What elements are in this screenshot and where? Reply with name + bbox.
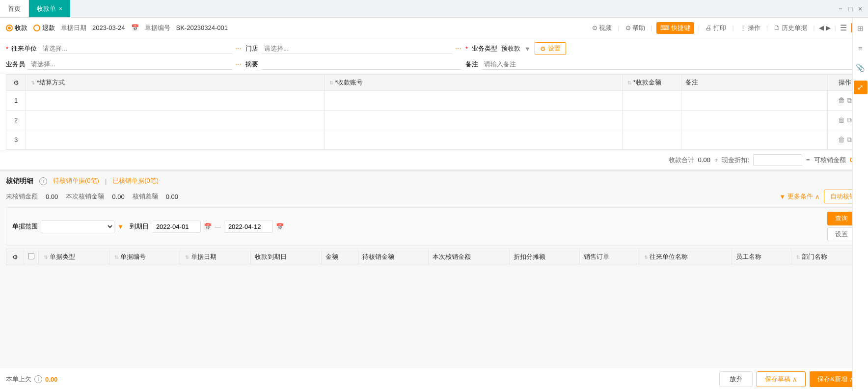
row-settlement[interactable] <box>26 111 325 130</box>
done-tab[interactable]: 已核销单据(0笔) <box>112 176 159 186</box>
counterparty-input[interactable] <box>40 43 232 54</box>
help-btn[interactable]: ⊙ 帮助 <box>624 23 647 33</box>
pending-tab[interactable]: 待核销单据(0笔) <box>53 176 99 186</box>
col-amount: ⇅ *收款金额 <box>623 75 681 91</box>
abandon-button[interactable]: 放弃 <box>719 371 753 387</box>
date-from-input[interactable] <box>152 221 201 233</box>
col-settlement: ⇅ *结算方式 <box>26 75 325 91</box>
date-value: 2023-03-24 <box>92 24 125 31</box>
salesperson-label: 业务员 <box>6 60 25 69</box>
row-num: 2 <box>6 111 26 130</box>
sidebar-list-icon[interactable]: ≡ <box>854 41 868 55</box>
radio-receive-label: 收款 <box>15 24 27 32</box>
prev-icon[interactable]: ◀ <box>819 24 824 31</box>
table-gear-header[interactable]: ⚙ <box>6 75 26 91</box>
row-account[interactable] <box>324 130 623 150</box>
row-remark[interactable] <box>681 91 828 111</box>
copy-icon[interactable]: ⧉ <box>847 96 852 105</box>
range-dropdown-icon[interactable]: ▼ <box>117 223 124 230</box>
info-icon[interactable]: i <box>39 177 47 185</box>
more-conditions-btn[interactable]: ▼ 更多条件 ∧ <box>779 192 820 201</box>
query-button[interactable]: 查询 <box>827 212 856 225</box>
bottom-gear-header[interactable]: ⚙ <box>6 249 24 265</box>
business-type-dropdown-icon[interactable]: ▼ <box>524 45 531 53</box>
sidebar-clip-icon[interactable]: 📎 <box>854 61 868 75</box>
radio-refund[interactable]: 退款 <box>33 24 55 32</box>
discount-input[interactable] <box>753 154 802 166</box>
shop-label: 门店 <box>245 44 258 53</box>
remark-input[interactable] <box>481 59 862 70</box>
info-icon-footer[interactable]: i <box>34 375 42 383</box>
row-settlement[interactable] <box>26 91 325 111</box>
delete-icon[interactable]: 🗑 <box>838 96 845 105</box>
shop-input[interactable] <box>261 43 452 54</box>
row-remark[interactable] <box>681 130 828 150</box>
counterparty-more-btn[interactable]: ··· <box>235 44 242 53</box>
shortcut-btn[interactable]: ⌨ 快捷键 <box>656 22 694 34</box>
counterparty-field: * 往来单位 ··· <box>6 43 242 54</box>
row-account[interactable] <box>324 111 623 130</box>
tab-receipt[interactable]: 收款单 × <box>29 0 70 17</box>
col-dept: ⇅ 部门名称 <box>791 249 862 265</box>
radio-refund-dot <box>33 25 40 31</box>
video-btn[interactable]: ⊙ 视频 <box>590 23 614 33</box>
copy-icon[interactable]: ⧉ <box>847 136 852 144</box>
maximize-button[interactable]: □ <box>846 5 854 13</box>
print-icon: 🖨 <box>705 24 712 31</box>
total-label: 收款合计 <box>669 156 694 165</box>
menu-icon[interactable]: ☰ <box>840 23 847 32</box>
minimize-button[interactable]: － <box>837 5 844 13</box>
verify-stats: 未核销金额 0.00 本次核销金额 0.00 核销差额 0.00 ▼ 更多条件 … <box>6 190 862 203</box>
salesperson-more-btn[interactable]: ··· <box>235 60 242 69</box>
save-draft-button[interactable]: 保存草稿 ∧ <box>757 371 806 387</box>
number-label: 单据编号 <box>145 24 170 32</box>
page-footer: 本单上欠 i 0.00 放弃 保存草稿 ∧ 保存&新增 ∧ <box>0 367 868 391</box>
sidebar-table-icon[interactable]: ⊞ <box>854 22 868 35</box>
tab-bar: 首页 收款单 × － □ × <box>0 0 868 18</box>
action-btn[interactable]: ⋮ 操作 <box>738 23 762 33</box>
shop-more-btn[interactable]: ··· <box>455 44 461 53</box>
row-amount[interactable] <box>623 91 681 111</box>
tab-home-label: 首页 <box>8 4 21 13</box>
date-to-input[interactable] <box>224 221 273 233</box>
print-btn[interactable]: 🖨 打印 <box>704 23 728 33</box>
col-discount: 折扣分摊额 <box>510 249 580 265</box>
diff-value: 0.00 <box>166 193 178 200</box>
row-amount[interactable] <box>623 130 681 150</box>
date-range-field: 到期日 📅 — 📅 <box>130 221 284 233</box>
row-account[interactable] <box>324 91 623 111</box>
next-icon[interactable]: ▶ <box>826 24 831 31</box>
number-value: SK-20230324-001 <box>176 24 228 31</box>
history-btn[interactable]: 🗋 历史单据 <box>772 23 809 33</box>
nav-arrows: ◀ ▶ <box>819 24 831 31</box>
sidebar-expand-icon[interactable]: ⤢ <box>854 81 868 94</box>
salesperson-field: 业务员 ··· <box>6 59 242 70</box>
row-settlement[interactable] <box>26 130 325 150</box>
radio-receive[interactable]: 收款 <box>6 24 27 32</box>
row-amount[interactable] <box>623 111 681 130</box>
action-label: 操作 <box>748 24 760 32</box>
calendar-icon[interactable]: 📅 <box>131 24 139 31</box>
receipt-type-radio-group: 收款 退款 <box>6 24 55 32</box>
gear-icon: ⚙ <box>540 45 546 53</box>
col-counterparty-name: ⇅ 往来单位名称 <box>639 249 732 265</box>
delete-icon[interactable]: 🗑 <box>838 116 845 124</box>
range-select[interactable] <box>41 220 114 233</box>
diff-label: 核销差额 <box>133 192 158 201</box>
delete-icon[interactable]: 🗑 <box>838 136 845 144</box>
save-draft-dropdown-icon[interactable]: ∧ <box>792 376 797 383</box>
bottom-checkbox-header[interactable] <box>24 249 39 265</box>
salesperson-input[interactable] <box>28 59 232 70</box>
calendar-from-icon[interactable]: 📅 <box>204 223 212 230</box>
summary-input[interactable] <box>261 59 461 70</box>
setting-button[interactable]: ⚙ 设置 <box>535 42 566 55</box>
this-cancel-value: 0.00 <box>112 193 124 200</box>
calendar-to-icon[interactable]: 📅 <box>276 223 284 230</box>
tab-home[interactable]: 首页 <box>0 0 29 17</box>
filter-setting-button[interactable]: 设置 <box>827 227 856 241</box>
select-all-checkbox[interactable] <box>28 253 34 259</box>
row-remark[interactable] <box>681 111 828 130</box>
copy-icon[interactable]: ⧉ <box>847 116 852 124</box>
tab-close-icon[interactable]: × <box>59 5 62 12</box>
close-button[interactable]: × <box>856 5 864 13</box>
